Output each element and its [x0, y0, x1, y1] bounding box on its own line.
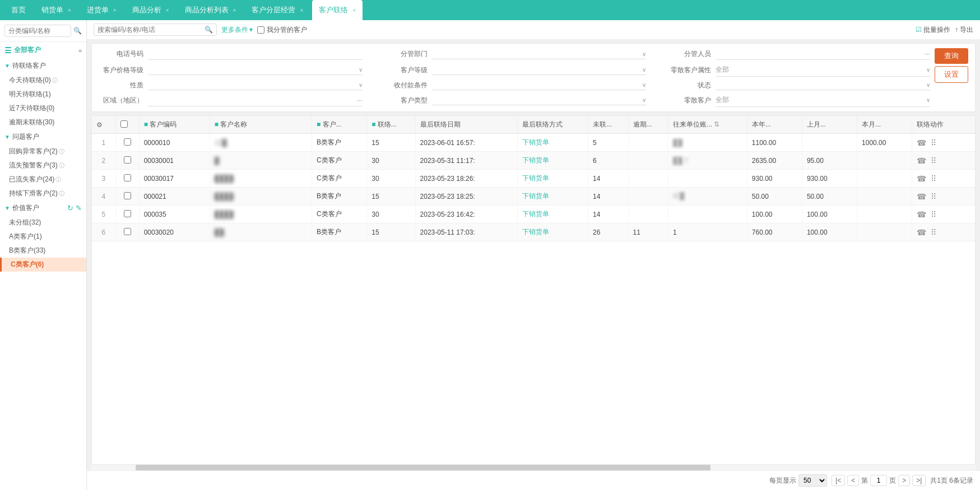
sidebar-item-unclassified[interactable]: 未分组(32)	[0, 216, 86, 230]
sidebar-item-declining[interactable]: 持续下滑客户(2) ⓘ	[0, 186, 86, 200]
method-link[interactable]: 下销货单	[522, 210, 549, 218]
contact-icon[interactable]: ☎	[917, 138, 926, 147]
sidebar-item-c-customers[interactable]: C类客户(6)	[0, 258, 86, 272]
contact-icon[interactable]: ☎	[917, 174, 926, 183]
filter-status-select[interactable]: ∨	[716, 80, 930, 90]
sidebar-item-7days[interactable]: 近7天待联络(0)	[0, 101, 86, 115]
search-input[interactable]	[97, 26, 202, 34]
method-link[interactable]: 下销货单	[522, 138, 549, 146]
first-page-btn[interactable]: |<	[832, 475, 845, 486]
close-customer-segment-icon[interactable]: ×	[300, 7, 303, 13]
cell-actions: ☎⠿	[912, 188, 975, 206]
filter-manager-select[interactable]: ···	[716, 48, 930, 60]
filter-payment-select[interactable]: ∨	[432, 80, 647, 90]
more-actions-icon[interactable]: ⠿	[931, 156, 936, 165]
sidebar-all-customers[interactable]: ☰ 全部客户 «	[0, 42, 86, 58]
method-link[interactable]: 下销货单	[522, 192, 549, 200]
row-checkbox[interactable]	[124, 156, 131, 164]
cell-method: 下销货单	[517, 134, 588, 152]
sidebar-item-a-customers[interactable]: A类客户(1)	[0, 230, 86, 244]
sidebar-search-input[interactable]	[4, 25, 71, 37]
sidebar-item-lost-customers[interactable]: 已流失客户(24) ⓘ	[0, 172, 86, 186]
contact-icon[interactable]: ☎	[917, 228, 926, 237]
my-customers-checkbox[interactable]	[257, 26, 264, 34]
nav-home[interactable]: 首页	[4, 0, 32, 20]
sidebar-group-pending-contact[interactable]: ▼ 待联络客户	[0, 58, 86, 73]
row-checkbox[interactable]	[124, 138, 131, 146]
close-product-analysis-list-icon[interactable]: ×	[233, 7, 236, 13]
last-page-btn[interactable]: >|	[912, 475, 926, 486]
nav-product-analysis-list[interactable]: 商品分析列表 ×	[178, 0, 243, 20]
method-link[interactable]: 下销货单	[522, 174, 549, 182]
th-type: ■ 客户...	[312, 116, 367, 134]
filter-region-select[interactable]: ···	[148, 95, 363, 106]
more-actions-icon[interactable]: ⠿	[931, 210, 936, 219]
sidebar-collapse-icon[interactable]: «	[78, 47, 82, 54]
query-button[interactable]: 查询	[935, 48, 968, 64]
sidebar-item-repurchase-abnormal[interactable]: 回购异常客户(2) ⓘ	[0, 144, 86, 158]
close-customer-contact-icon[interactable]: ×	[352, 7, 356, 13]
filter-phone-input[interactable]	[148, 48, 363, 60]
sidebar-group-value[interactable]: ▼ 价值客户 ↻ ✎	[0, 200, 86, 216]
nav-customer-segment[interactable]: 客户分层经营 ×	[245, 0, 310, 20]
nav-sales-order[interactable]: 销货单 ×	[35, 0, 78, 20]
scrollbar-thumb[interactable]	[136, 465, 710, 470]
sidebar-search-icon[interactable]: 🔍	[73, 27, 82, 35]
filter-retail-customer-select[interactable]: 全部∨	[716, 94, 930, 107]
row-checkbox[interactable]	[124, 228, 131, 235]
contact-icon[interactable]: ☎	[917, 210, 926, 219]
filter-dept-select[interactable]: ∨	[432, 49, 647, 59]
settings-button[interactable]: 设置	[935, 66, 968, 83]
search-submit-icon[interactable]: 🔍	[205, 26, 213, 34]
ellipsis-icon[interactable]: ···	[925, 50, 930, 58]
my-customers-label[interactable]: 我分管的客户	[257, 25, 307, 35]
row-checkbox[interactable]	[124, 174, 131, 181]
ellipsis-icon-2[interactable]: ···	[357, 96, 363, 104]
nav-purchase-order[interactable]: 进货单 ×	[80, 0, 123, 20]
next-page-btn[interactable]: >	[898, 475, 910, 486]
sidebar-item-b-customers[interactable]: B类客户(33)	[0, 244, 86, 258]
more-actions-icon[interactable]: ⠿	[931, 174, 936, 183]
cell-type: C类客户	[312, 152, 367, 170]
sidebar-item-churn-warning[interactable]: 流失预警客户(3) ⓘ	[0, 158, 86, 172]
sidebar-search-area: 🔍	[0, 20, 86, 42]
sidebar-group-problem[interactable]: ▼ 问题客户	[0, 129, 86, 144]
more-actions-icon[interactable]: ⠿	[931, 228, 936, 237]
export-btn[interactable]: ↑ 导出	[955, 25, 973, 35]
filter-nature-select[interactable]: ∨	[148, 80, 363, 90]
sidebar-item-today[interactable]: 今天待联络(0) ⓘ	[0, 73, 86, 87]
filter-retail-attr-select[interactable]: 全部∨	[716, 63, 930, 77]
select-all-checkbox[interactable]	[120, 120, 128, 128]
gear-icon[interactable]: ⚙	[96, 121, 103, 129]
cell-overdue	[628, 134, 668, 152]
close-sales-order-icon[interactable]: ×	[68, 7, 71, 13]
batch-btn[interactable]: ☑ 批量操作	[916, 25, 950, 35]
page-input[interactable]	[870, 475, 887, 486]
filter-price-level-select[interactable]: ∨	[148, 65, 363, 75]
more-actions-icon[interactable]: ⠿	[931, 192, 936, 201]
row-checkbox[interactable]	[124, 192, 131, 199]
close-purchase-order-icon[interactable]: ×	[113, 7, 117, 13]
nav-customer-contact[interactable]: 客户联络 ×	[312, 0, 363, 20]
page-size-select[interactable]: 50 100	[798, 474, 827, 487]
more-actions-icon[interactable]: ⠿	[931, 138, 936, 147]
more-conditions-btn[interactable]: 更多条件 ▾	[221, 25, 253, 35]
refresh-icon[interactable]: ↻	[67, 204, 73, 212]
horizontal-scrollbar[interactable]	[91, 465, 976, 470]
sidebar-item-tomorrow[interactable]: 明天待联络(1)	[0, 87, 86, 101]
filter-customer-type-select[interactable]: ∨	[432, 95, 647, 105]
sort-icon[interactable]: ⇅	[714, 120, 719, 128]
edit-icon[interactable]: ✎	[76, 204, 82, 212]
cell-checkbox	[115, 223, 139, 241]
close-product-analysis-icon[interactable]: ×	[166, 7, 169, 13]
prev-page-btn[interactable]: <	[847, 475, 859, 486]
filter-level-select[interactable]: ∨	[432, 65, 647, 75]
method-link[interactable]: 下销货单	[522, 156, 549, 164]
contact-icon[interactable]: ☎	[917, 192, 926, 201]
sidebar-item-overdue[interactable]: 逾期未联络(30)	[0, 115, 86, 129]
contact-icon[interactable]: ☎	[917, 156, 926, 165]
nav-product-analysis[interactable]: 商品分析 ×	[126, 0, 176, 20]
row-checkbox[interactable]	[124, 210, 131, 217]
customers-table: ⚙ ■ 客户编码 ■ 客户名称	[92, 116, 975, 241]
method-link[interactable]: 下销货单	[522, 228, 549, 236]
